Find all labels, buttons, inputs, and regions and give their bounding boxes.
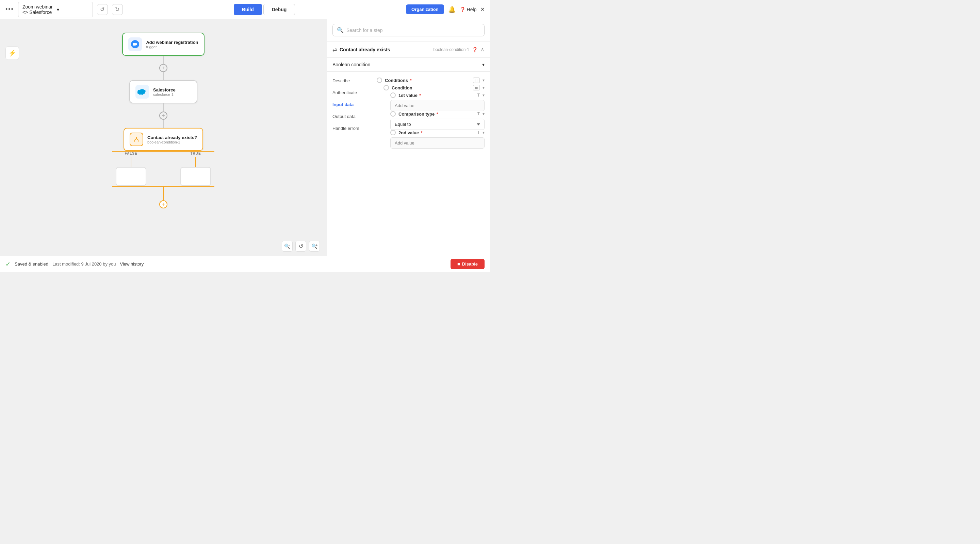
nav-input-data[interactable]: Input data <box>327 98 371 111</box>
node-condition-title: Contact already exists? <box>147 135 197 140</box>
organization-button[interactable]: Organization <box>406 5 444 14</box>
search-input-wrap[interactable]: 🔍 <box>332 24 485 36</box>
redo-icon: ↻ <box>115 6 119 13</box>
menu-dots[interactable]: ••• <box>5 6 14 13</box>
node-zoom-trigger[interactable]: Add webinar registration trigger <box>122 33 204 56</box>
zoom-out-button[interactable]: 🔍− <box>282 241 293 252</box>
step-title: Contact already exists <box>340 47 431 52</box>
comparison-type-radio[interactable] <box>390 111 396 117</box>
close-button[interactable]: × <box>480 5 485 13</box>
second-value-radio[interactable] <box>390 130 396 135</box>
comparison-type-label: Comparison type * <box>398 111 475 117</box>
node-salesforce-info: Salesforce salesforce-1 <box>153 87 176 97</box>
comparison-type-row: Comparison type * T ▾ <box>390 111 485 117</box>
branch-false-label: FALSE <box>124 152 137 155</box>
node-salesforce[interactable]: Salesforce salesforce-1 <box>129 80 197 103</box>
comparison-type-dropdown-icon[interactable]: ▾ <box>482 111 485 116</box>
canvas-content: Add webinar registration trigger + Sales… <box>0 19 327 272</box>
modified-text: Last modified: 9 Jul 2020 by you <box>52 262 116 266</box>
branch-true-label: TRUE <box>190 152 201 155</box>
add-step-1[interactable]: + <box>159 64 167 72</box>
debug-button[interactable]: Debug <box>263 4 295 15</box>
step-branch-icon: ⇄ <box>332 46 337 53</box>
branch-false: FALSE <box>116 152 146 186</box>
nav-describe[interactable]: Describe <box>327 75 371 87</box>
step-detail: ⇄ Contact already exists boolean-conditi… <box>327 41 490 272</box>
connector-1 <box>163 56 164 64</box>
topbar: ••• Zoom webinar <> Salesforce ▾ ↺ ↻ Bui… <box>0 0 490 19</box>
step-form: Conditions * [] ▾ Condition ⊞ ▾ <box>371 72 490 259</box>
add-step-branch[interactable]: + <box>159 200 167 208</box>
branch-true-connector <box>195 157 196 167</box>
branch-false-box[interactable] <box>116 167 146 186</box>
branch-false-connector <box>130 157 131 167</box>
view-history-link[interactable]: View history <box>120 262 143 266</box>
comparison-type-group: Comparison type * T ▾ Equal to Not equal… <box>383 111 485 130</box>
conditions-field-group: Conditions * [] ▾ Condition ⊞ ▾ <box>377 78 485 149</box>
second-value-label: 2nd value * <box>398 130 475 135</box>
second-value-type-icon: T <box>477 130 480 135</box>
undo-button[interactable]: ↺ <box>97 4 108 15</box>
build-button[interactable]: Build <box>234 4 262 15</box>
step-id: boolean-condition-1 <box>434 47 469 52</box>
disable-button[interactable]: ■ Disable <box>450 259 485 269</box>
status-text: Saved & enabled <box>14 262 48 266</box>
comparison-type-select[interactable]: Equal to Not equal to Greater than Less … <box>390 119 485 130</box>
condition-dropdown-icon[interactable]: ▾ <box>482 85 485 90</box>
step-type-chevron-icon: ▾ <box>482 62 485 67</box>
second-value-input[interactable] <box>390 137 485 149</box>
canvas-controls: 🔍− ↺ 🔍+ <box>282 241 320 252</box>
bell-icon[interactable]: 🔔 <box>448 6 456 13</box>
bottom-right: ■ Disable <box>450 259 485 269</box>
svg-rect-1 <box>133 43 136 46</box>
branch-container: FALSE TRUE + <box>112 151 215 208</box>
connector-3 <box>163 103 164 111</box>
zoom-icon <box>128 37 142 51</box>
step-help-icon[interactable]: ❓ <box>472 47 478 52</box>
first-value-label: 1st value * <box>398 93 475 98</box>
add-step-2[interactable]: + <box>159 111 167 120</box>
conditions-label: Conditions * <box>385 78 470 83</box>
status-check-icon: ✓ <box>5 260 11 268</box>
nav-output-data[interactable]: Output data <box>327 111 371 122</box>
second-value-required: * <box>421 130 423 135</box>
help-link[interactable]: ❓ Help <box>460 7 477 12</box>
redo-button[interactable]: ↻ <box>112 4 123 15</box>
first-value-group: 1st value * T ▾ <box>383 92 485 111</box>
node-condition[interactable]: Contact already exists? boolean-conditio… <box>124 128 203 151</box>
conditions-required: * <box>410 78 412 83</box>
nav-authenticate[interactable]: Authenticate <box>327 87 371 98</box>
first-value-dropdown-icon[interactable]: ▾ <box>482 93 485 98</box>
condition-field-row: Condition ⊞ ▾ <box>383 85 485 90</box>
condition-table-icon[interactable]: ⊞ <box>473 85 480 90</box>
bottom-bar: ✓ Saved & enabled Last modified: 9 Jul 2… <box>0 256 490 272</box>
condition-radio[interactable] <box>383 85 389 90</box>
step-content-area: Describe Authenticate Input data Output … <box>327 72 490 259</box>
node-zoom-info: Add webinar registration trigger <box>146 40 198 49</box>
condition-label: Condition <box>392 85 470 90</box>
step-collapse-icon[interactable]: ∧ <box>480 46 485 53</box>
nav-handle-errors[interactable]: Handle errors <box>327 122 371 134</box>
first-value-required: * <box>419 93 421 98</box>
salesforce-icon <box>135 85 149 98</box>
right-panel: 🔍 ⇄ Contact already exists boolean-condi… <box>327 19 490 272</box>
branch-true-box[interactable] <box>180 167 211 186</box>
conditions-dropdown-icon[interactable]: ▾ <box>482 78 485 82</box>
conditions-brackets-icon[interactable]: [] <box>473 78 480 83</box>
workflow-nodes: Add webinar registration trigger + Sales… <box>112 33 215 208</box>
workflow-selector[interactable]: Zoom webinar <> Salesforce ▾ <box>18 2 93 17</box>
comparison-type-type-icon: T <box>477 111 480 116</box>
node-condition-subtitle: boolean-condition-1 <box>147 140 197 144</box>
first-value-radio[interactable] <box>390 92 396 98</box>
conditions-radio[interactable] <box>377 78 382 83</box>
second-value-group: 2nd value * T ▾ <box>383 130 485 149</box>
step-type-label: Boolean condition <box>332 62 370 67</box>
refresh-button[interactable]: ↺ <box>295 241 306 252</box>
branch-row: FALSE TRUE <box>116 152 211 186</box>
first-value-input[interactable] <box>390 100 485 111</box>
zoom-in-button[interactable]: 🔍+ <box>309 241 320 252</box>
second-value-dropdown-icon[interactable]: ▾ <box>482 130 485 135</box>
square-icon: ■ <box>457 262 460 266</box>
step-type-selector[interactable]: Boolean condition ▾ <box>327 58 490 72</box>
search-input[interactable] <box>347 27 480 33</box>
